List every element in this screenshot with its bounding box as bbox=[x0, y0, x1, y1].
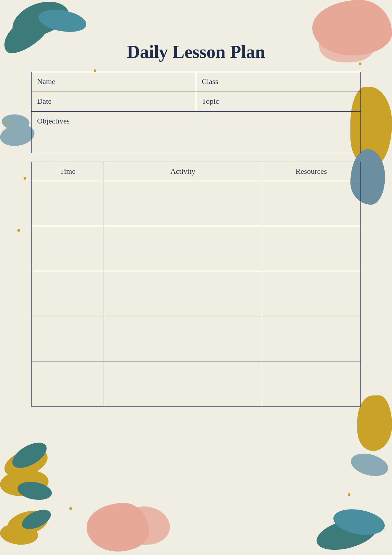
teal-leaf-decoration bbox=[7, 0, 73, 44]
form-section: Name Class Date Topic bbox=[31, 72, 361, 112]
schedule-table: Time Activity Resources bbox=[31, 162, 361, 407]
name-field[interactable]: Name bbox=[32, 72, 196, 92]
table-row bbox=[32, 181, 361, 226]
teal-leaf-decoration bbox=[19, 506, 54, 533]
gray-blob-decoration bbox=[1, 113, 30, 131]
teal-leaf-decoration bbox=[313, 513, 381, 555]
table-row bbox=[32, 271, 361, 316]
time-cell[interactable] bbox=[32, 181, 104, 226]
class-field[interactable]: Class bbox=[196, 72, 360, 92]
gold-leaf-decoration bbox=[0, 522, 39, 546]
gold-dot-decoration bbox=[17, 229, 20, 232]
resources-cell[interactable] bbox=[262, 226, 361, 271]
resources-cell[interactable] bbox=[262, 361, 361, 407]
pink-blob-decoration bbox=[121, 506, 170, 545]
resources-cell[interactable] bbox=[262, 316, 361, 361]
time-cell[interactable] bbox=[32, 316, 104, 361]
gold-dot-decoration bbox=[370, 420, 373, 423]
gold-blob-decoration bbox=[357, 395, 392, 451]
date-field[interactable]: Date bbox=[32, 92, 196, 111]
activity-column-header: Activity bbox=[104, 162, 262, 181]
gray-blob-decoration bbox=[0, 122, 36, 148]
gold-dot-decoration bbox=[69, 507, 72, 510]
date-topic-row: Date Topic bbox=[32, 92, 360, 111]
resources-cell[interactable] bbox=[262, 271, 361, 316]
time-cell[interactable] bbox=[32, 361, 104, 407]
gold-dot-decoration bbox=[7, 121, 10, 124]
resources-cell[interactable] bbox=[262, 181, 361, 226]
resources-column-header: Resources bbox=[262, 162, 361, 181]
main-content: Daily Lesson Plan Name Class Date Topic … bbox=[31, 42, 361, 503]
page-title: Daily Lesson Plan bbox=[31, 42, 361, 62]
pink-blob-decoration bbox=[87, 503, 149, 552]
teal-leaf-decoration bbox=[331, 506, 387, 539]
teal-leaf-decoration bbox=[37, 6, 88, 35]
gold-dot-decoration bbox=[361, 101, 364, 103]
time-column-header: Time bbox=[32, 162, 104, 181]
activity-cell[interactable] bbox=[104, 316, 262, 361]
activity-cell[interactable] bbox=[104, 226, 262, 271]
table-header-row: Time Activity Resources bbox=[32, 162, 361, 181]
topic-field[interactable]: Topic bbox=[196, 92, 360, 111]
objectives-field[interactable]: Objectives bbox=[31, 112, 361, 153]
schedule-body bbox=[32, 181, 361, 407]
time-cell[interactable] bbox=[32, 271, 104, 316]
table-row bbox=[32, 226, 361, 271]
gold-dot-decoration bbox=[24, 177, 26, 180]
name-class-row: Name Class bbox=[32, 72, 360, 92]
activity-cell[interactable] bbox=[104, 271, 262, 316]
table-row bbox=[32, 361, 361, 407]
table-row bbox=[32, 316, 361, 361]
activity-cell[interactable] bbox=[104, 181, 262, 226]
activity-cell[interactable] bbox=[104, 361, 262, 407]
gold-leaf-decoration bbox=[5, 507, 51, 539]
time-cell[interactable] bbox=[32, 226, 104, 271]
